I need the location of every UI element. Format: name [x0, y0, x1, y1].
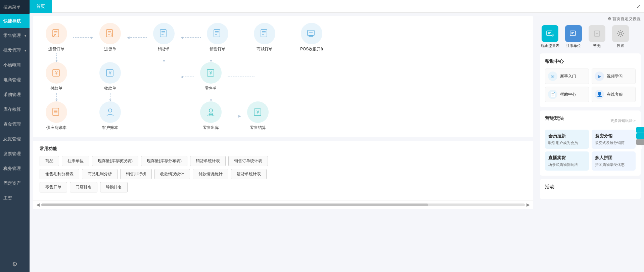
fission-desc: 裂变式发展分销商 [595, 140, 632, 145]
help-item-beginner[interactable]: ✉ 新手入门 [545, 69, 589, 84]
scroll-track[interactable] [41, 203, 525, 206]
svg-rect-12 [214, 30, 220, 37]
flow-node-shop-order[interactable]: 商城订单 [248, 23, 281, 52]
func-btn-retail-order[interactable]: 零售开单 [40, 182, 67, 192]
float-btn-hotline[interactable]: 客服热线 [636, 127, 644, 133]
func-btn-sales-stat[interactable]: 销货单统计表 [190, 156, 226, 166]
sales-order-icon [207, 23, 228, 44]
svg-rect-38 [547, 31, 552, 36]
sidebar-item-wholesale[interactable]: 批发管理 ▾ [0, 43, 30, 58]
func-btn-goods[interactable]: 商品 [40, 156, 59, 166]
cashflow-label: 现金流量表 [541, 43, 559, 48]
homepage-settings[interactable]: ⚙ 首页自定义设置 [540, 16, 641, 22]
marketing-item-live[interactable]: 直播卖货 场景式购物新玩法 [545, 151, 589, 171]
cashflow-icon: 表 [542, 25, 558, 42]
svg-text:¥: ¥ [209, 70, 212, 76]
flow-node-retail-settle[interactable]: ¥ 零售结算 [241, 101, 275, 131]
sidebar-search[interactable]: 搜索菜单 [0, 0, 30, 14]
float-btn-desktop[interactable]: 桌面快捷 [636, 139, 644, 145]
flow-node-receipt[interactable]: ¥ 收款单 [93, 62, 127, 91]
purchase-order-icon [46, 23, 67, 44]
sidebar-item-invoice[interactable]: 发票管理 [0, 146, 30, 161]
main-area: 首页 ⤢ [30, 0, 644, 272]
flow-node-retail-out[interactable]: 零售出库 [194, 101, 228, 131]
retail-out-icon [200, 101, 222, 123]
scroll-left-btn[interactable]: ◀ [36, 202, 40, 207]
quick-icon-cashflow[interactable]: 表 现金流量表 [540, 25, 560, 48]
help-center-title: 帮助中心 [545, 58, 636, 64]
svg-rect-29 [53, 108, 59, 116]
marketing-item-fission[interactable]: 裂变分销 裂变式发展分销商 [592, 130, 636, 149]
sidebar-item-tax[interactable]: 税务管理 [0, 161, 30, 176]
sidebar-item-assets[interactable]: 固定资产 [0, 176, 30, 191]
flow-node-sales[interactable]: 销货单 [147, 23, 181, 52]
pos-label: POS收银开å [300, 46, 323, 52]
svg-rect-21 [309, 36, 313, 37]
sidebar-quicknav[interactable]: 快捷导航 [0, 14, 30, 28]
settings-icon[interactable]: ⚙ [0, 257, 30, 272]
func-btn-sales-rank[interactable]: 销售排行榜 [120, 169, 152, 179]
quick-icon-none[interactable]: 暂无 [587, 25, 607, 48]
shop-order-label: 商城订单 [257, 46, 273, 52]
sidebar-item-retail[interactable]: 零售管理 ▾ [0, 28, 30, 43]
float-btn-community[interactable]: 服务社区 [636, 133, 644, 139]
sidebar-item-salary[interactable]: 工资 [0, 191, 30, 206]
quick-icons: 表 现金流量表 往来单位 [540, 25, 641, 48]
flow-node-supplier-ledger[interactable]: 供应商账本 [40, 101, 73, 131]
member-title: 会员拉新 [548, 133, 586, 139]
flow-card: 进货订单 ▶ [33, 16, 533, 137]
help-item-video[interactable]: ▶ 视频学习 [592, 69, 636, 84]
marketing-item-group[interactable]: 多人拼团 拼团购物享受优惠 [592, 151, 636, 171]
marketing-card: 营销玩法 更多营销玩法 > 会员拉新 吸引用户成为会员 裂变分销 裂变式发展分销… [540, 110, 641, 176]
func-btn-sales-profit[interactable]: 销售毛利分析表 [40, 169, 79, 179]
func-row-3: 零售开单 门店排名 导购排名 [40, 182, 526, 192]
help-item-help[interactable]: 📄 帮助中心 [545, 87, 589, 102]
flow-node-sales-order[interactable]: 销售订单 [201, 23, 234, 52]
marketing-more-btn[interactable]: 更多营销玩法 > [610, 118, 636, 123]
flow-node-retail[interactable]: ¥ 零售单 [194, 62, 228, 91]
sidebar-item-ecommerce-small[interactable]: 小畅电商 [0, 58, 30, 73]
func-btn-stock2[interactable]: 现存量(库存分布表) [141, 156, 187, 166]
live-desc: 场景式购物新玩法 [548, 162, 586, 167]
float-buttons: 客服热线 服务社区 桌面快捷 [636, 127, 644, 145]
receipt-label: 收款单 [104, 86, 116, 91]
help-item-service[interactable]: 👤 在线客服 [592, 87, 636, 102]
expand-icon[interactable]: ⤢ [633, 3, 644, 9]
sidebar-item-finance[interactable]: 资金管理 [0, 117, 30, 132]
func-btn-guide-rank[interactable]: 导购排名 [100, 182, 128, 192]
common-functions-title: 常用功能 [40, 146, 526, 152]
func-btn-units[interactable]: 往来单位 [62, 156, 89, 166]
flow-node-payment[interactable]: ¥ 付款单 [40, 62, 73, 91]
retail-out-label: 零售出库 [203, 125, 219, 131]
func-btn-goods-profit[interactable]: 商品毛利分析 [82, 169, 118, 179]
sidebar-item-inventory[interactable]: 库存核算 [0, 102, 30, 117]
func-btn-purchase-stat[interactable]: 进货单统计表 [231, 169, 267, 179]
sidebar-item-ledger[interactable]: 总账管理 [0, 132, 30, 146]
svg-rect-42 [570, 31, 576, 36]
svg-rect-0 [53, 30, 59, 37]
func-btn-stock1[interactable]: 现存量(库存状况表) [92, 156, 138, 166]
quick-icon-units[interactable]: 往来单位 [563, 25, 584, 48]
sidebar-item-purchase[interactable]: 采购管理 [0, 87, 30, 102]
tab-home[interactable]: 首页 [30, 0, 52, 13]
svg-rect-8 [160, 30, 166, 37]
func-btn-receipt-stat[interactable]: 收款情况统计 [154, 169, 190, 179]
retail-settle-icon: ¥ [247, 101, 269, 123]
flow-node-purchase-order[interactable]: 进货订单 [40, 23, 73, 52]
func-btn-sales-order-stat[interactable]: 销售订单统计表 [228, 156, 268, 166]
flow-node-customer-ledger[interactable]: 客户账本 [93, 101, 127, 131]
help-icon: 📄 [548, 90, 557, 99]
activity-title: 活动 [545, 184, 636, 190]
scroll-right-btn[interactable]: ▶ [526, 202, 530, 207]
sidebar: 搜索菜单 快捷导航 零售管理 ▾ 批发管理 ▾ 小畅电商 电商管理 采购管理 库… [0, 0, 30, 272]
func-btn-payment-stat[interactable]: 付款情况统计 [193, 169, 228, 179]
quick-icon-settings[interactable]: 设置 [610, 25, 631, 48]
marketing-item-member[interactable]: 会员拉新 吸引用户成为会员 [545, 130, 589, 149]
video-icon: ▶ [595, 72, 604, 81]
sidebar-item-ecommerce[interactable]: 电商管理 [0, 73, 30, 87]
flow-node-purchase[interactable]: 进货单 [93, 23, 127, 52]
flow-node-pos[interactable]: POS收银开å [295, 23, 328, 52]
func-btn-store-rank[interactable]: 门店排名 [70, 182, 97, 192]
member-desc: 吸引用户成为会员 [548, 140, 586, 145]
sales-label: 销货单 [158, 46, 170, 52]
